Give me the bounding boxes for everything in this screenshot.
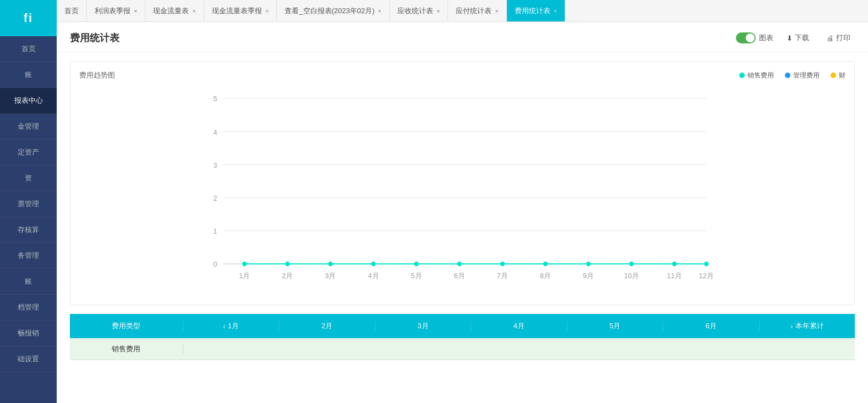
- row-type-sales: 销售费用: [70, 344, 183, 354]
- close-tab-receivable[interactable]: ×: [436, 8, 440, 14]
- chart-header: 费用趋势图 销售费用 管理费用 财: [79, 70, 845, 80]
- sidebar-item-settings[interactable]: 础设置: [0, 346, 57, 372]
- sidebar-item-salary[interactable]: 资: [0, 165, 57, 191]
- svg-point-23: [672, 262, 676, 266]
- tab-profit-quarterly[interactable]: 利润表季报 ×: [87, 0, 145, 22]
- col-month3: 3月: [375, 321, 471, 331]
- close-tab-cashflow[interactable]: ×: [192, 8, 195, 14]
- legend-dot-sales: [739, 73, 745, 78]
- svg-text:4月: 4月: [368, 272, 379, 280]
- svg-text:0: 0: [214, 261, 217, 268]
- chart-toggle[interactable]: [736, 32, 756, 43]
- tab-payable[interactable]: 应付统计表 ×: [448, 0, 506, 22]
- svg-text:8月: 8月: [540, 272, 551, 280]
- close-tab-expense-stats[interactable]: ×: [554, 8, 557, 14]
- legend-sales: 销售费用: [739, 71, 774, 80]
- svg-text:2月: 2月: [282, 272, 293, 280]
- svg-text:9月: 9月: [583, 272, 594, 280]
- print-icon: 🖨: [827, 34, 834, 42]
- page-header: 费用统计表 图表 ⬇ 下载 🖨 打印: [57, 22, 868, 52]
- legend-dot-finance: [831, 73, 836, 78]
- tab-expense-stats[interactable]: 费用统计表 ×: [507, 0, 565, 22]
- tab-cashflow-quarterly[interactable]: 现金流量表季报 ×: [204, 0, 277, 22]
- svg-text:4: 4: [214, 129, 217, 136]
- sidebar-item-assets[interactable]: 定资产: [0, 140, 57, 165]
- page-title: 费用统计表: [70, 31, 119, 45]
- svg-point-20: [543, 262, 548, 266]
- sidebar-item-reports[interactable]: 报表中心: [0, 88, 57, 114]
- svg-point-19: [500, 262, 505, 266]
- legend-finance: 财: [831, 71, 845, 80]
- main-area: 首页 利润表季报 × 现金流量表 × 现金流量表季报 × 查看_空白报表(202…: [57, 0, 868, 403]
- svg-point-17: [414, 262, 418, 266]
- chart-container: 0 1 2 3 4 5: [79, 87, 845, 296]
- col-month2: 2月: [279, 321, 375, 331]
- svg-text:1: 1: [214, 228, 217, 235]
- svg-text:11月: 11月: [667, 272, 682, 280]
- sidebar-item-cash[interactable]: 金管理: [0, 114, 57, 140]
- tab-receivable[interactable]: 应收统计表 ×: [390, 0, 448, 22]
- svg-text:5: 5: [214, 95, 217, 103]
- chart-svg: 0 1 2 3 4 5: [79, 87, 845, 296]
- svg-text:2: 2: [214, 195, 217, 202]
- col-month5: 5月: [567, 321, 663, 331]
- table-header-row: 费用类型 ‹ 1月 2月 3月 4月 5月: [70, 314, 855, 338]
- svg-point-18: [457, 262, 462, 266]
- svg-point-24: [704, 262, 708, 266]
- svg-text:1月: 1月: [239, 272, 250, 280]
- svg-point-15: [328, 262, 332, 266]
- sidebar-item-archive[interactable]: 档管理: [0, 295, 57, 321]
- svg-point-22: [629, 262, 634, 266]
- sidebar: fi 首页 账 报表中心 金管理 定资产 资 票管理 存核算 务管理 账 档管理…: [0, 0, 57, 403]
- tab-home[interactable]: 首页: [57, 0, 87, 22]
- page-content: 费用统计表 图表 ⬇ 下载 🖨 打印 费用趋势图: [57, 22, 868, 403]
- chart-toggle-label: 图表: [736, 32, 773, 43]
- col-type: 费用类型: [70, 321, 183, 331]
- sidebar-item-account[interactable]: 账: [0, 269, 57, 295]
- col-month6: 6月: [663, 321, 759, 331]
- sidebar-item-inventory[interactable]: 存核算: [0, 217, 57, 243]
- sidebar-logo: fi: [0, 0, 57, 36]
- sidebar-item-home[interactable]: 首页: [0, 36, 57, 62]
- print-button[interactable]: 🖨 打印: [822, 31, 855, 45]
- legend-dot-admin: [785, 73, 790, 78]
- chart-title: 费用趋势图: [79, 70, 115, 80]
- svg-text:7月: 7月: [497, 272, 508, 280]
- tabs-bar: 首页 利润表季报 × 现金流量表 × 现金流量表季报 × 查看_空白报表(202…: [57, 0, 868, 22]
- svg-point-14: [285, 262, 290, 266]
- svg-text:12月: 12月: [699, 272, 714, 280]
- close-tab-payable[interactable]: ×: [495, 8, 498, 14]
- col-month4: 4月: [471, 321, 567, 331]
- svg-text:6月: 6月: [454, 272, 465, 280]
- col-ytd: › 本年累计: [760, 321, 855, 331]
- download-button[interactable]: ⬇ 下载: [782, 31, 814, 45]
- legend-admin: 管理费用: [785, 71, 820, 80]
- col-month1: ‹ 1月: [183, 321, 279, 331]
- svg-text:10月: 10月: [624, 272, 639, 280]
- close-tab-profit-quarterly[interactable]: ×: [134, 8, 137, 14]
- download-icon: ⬇: [787, 34, 793, 42]
- svg-point-16: [371, 262, 375, 266]
- chart-section: 费用趋势图 销售费用 管理费用 财: [70, 61, 855, 305]
- sidebar-item-service[interactable]: 务管理: [0, 243, 57, 269]
- tab-cashflow[interactable]: 现金流量表 ×: [145, 0, 204, 22]
- prev-arrow[interactable]: ‹: [223, 322, 226, 330]
- svg-point-21: [586, 262, 591, 266]
- svg-text:3月: 3月: [325, 272, 336, 280]
- svg-point-13: [242, 262, 247, 266]
- sidebar-item-expense[interactable]: 畅报销: [0, 321, 57, 346]
- next-arrow[interactable]: ›: [790, 322, 793, 330]
- close-tab-cashflow-quarterly[interactable]: ×: [265, 8, 269, 14]
- sidebar-item-invoice[interactable]: 票管理: [0, 191, 57, 217]
- chart-legend: 销售费用 管理费用 财: [739, 71, 845, 80]
- close-tab-blank-report[interactable]: ×: [378, 8, 381, 14]
- header-actions: 图表 ⬇ 下载 🖨 打印: [736, 31, 855, 45]
- bottom-table: 费用类型 ‹ 1月 2月 3月 4月 5月: [70, 314, 855, 360]
- svg-text:5月: 5月: [411, 272, 422, 280]
- table-row-sales: 销售费用: [70, 338, 855, 360]
- sidebar-item-ledger[interactable]: 账: [0, 62, 57, 88]
- svg-text:3: 3: [214, 162, 217, 169]
- tab-blank-report[interactable]: 查看_空白报表(2023年02月) ×: [277, 0, 390, 22]
